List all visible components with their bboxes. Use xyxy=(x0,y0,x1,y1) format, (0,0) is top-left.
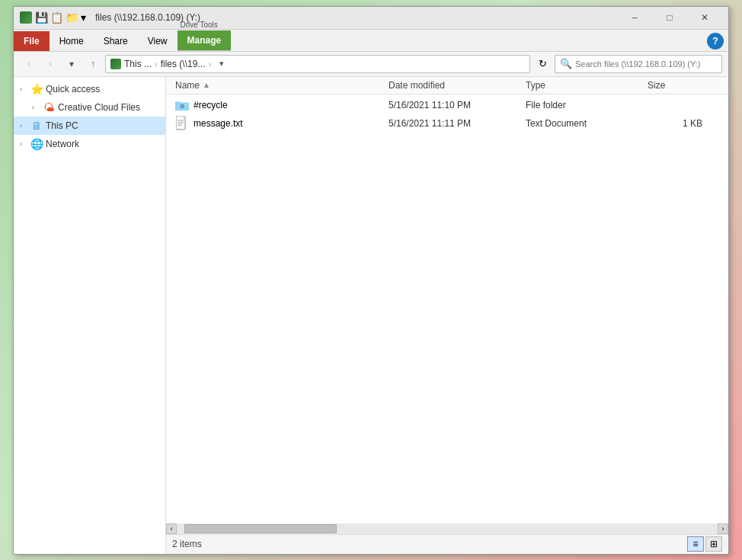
close-button[interactable]: ✕ xyxy=(687,6,722,29)
view-toggle-buttons: ≡ ⊞ xyxy=(687,536,722,552)
breadcrumb-drive-icon xyxy=(110,59,121,69)
this-pc-icon: 🖥 xyxy=(30,120,43,132)
sidebar: › ⭐ Quick access › 🌤 Creative Cloud File… xyxy=(14,77,166,554)
file-name-cell: message.txt xyxy=(175,117,389,130)
properties-quick-icon[interactable]: 📋 xyxy=(50,11,63,24)
ribbon-tabs: File Home Share View Drive Tools Manage xyxy=(14,30,231,51)
col-header-type[interactable]: Type xyxy=(526,80,648,91)
file-date: 5/16/2021 11:11 PM xyxy=(389,118,526,129)
breadcrumb-segment-1: files (\\19... xyxy=(161,59,206,69)
file-name: #recycle xyxy=(193,100,228,110)
tab-manage[interactable]: Manage xyxy=(178,30,232,50)
back-button[interactable]: ‹ xyxy=(20,56,38,72)
search-bar[interactable]: 🔍 xyxy=(555,55,722,73)
item-count: 2 items xyxy=(172,539,202,549)
tab-home[interactable]: Home xyxy=(50,31,94,51)
status-bar: 2 items ≡ ⊞ xyxy=(166,534,728,554)
address-bar: ‹ › ▾ ↑ This ... › files (\\19... › ▾ ↻ … xyxy=(14,52,728,77)
file-name: message.txt xyxy=(193,118,243,129)
explorer-window: 💾 📋 📁 ▾ files (\\192.168.0.109) (Y:) – □… xyxy=(13,6,729,555)
up-button[interactable]: ↑ xyxy=(84,56,102,72)
save-quick-icon[interactable]: 💾 xyxy=(35,11,48,24)
file-type: Text Document xyxy=(526,118,648,129)
chevron-icon: › xyxy=(20,122,27,130)
file-size: 1 KB xyxy=(648,118,708,129)
file-date: 5/16/2021 11:10 PM xyxy=(389,100,526,110)
title-bar: 💾 📋 📁 ▾ files (\\192.168.0.109) (Y:) – □… xyxy=(14,7,728,30)
col-header-size[interactable]: Size xyxy=(648,80,708,91)
tab-share[interactable]: Share xyxy=(94,31,138,51)
table-row[interactable]: ♻ #recycle 5/16/2021 11:10 PM File folde… xyxy=(166,96,728,114)
creative-cloud-icon: 🌤 xyxy=(43,101,55,114)
scroll-track[interactable] xyxy=(177,523,718,534)
scroll-right-button[interactable]: › xyxy=(718,523,728,534)
sidebar-label-quick-access: Quick access xyxy=(46,84,100,94)
sort-arrow-name: ▲ xyxy=(203,81,210,89)
details-view-button[interactable]: ≡ xyxy=(687,536,704,552)
maximize-button[interactable]: □ xyxy=(652,6,687,29)
file-area: Name ▲ Date modified Type Size xyxy=(166,77,728,554)
sidebar-item-network[interactable]: › 🌐 Network xyxy=(14,135,165,153)
svg-text:♻: ♻ xyxy=(180,103,184,110)
refresh-icon: ↻ xyxy=(539,58,547,69)
col-header-name[interactable]: Name ▲ xyxy=(175,80,389,91)
file-column-headers: Name ▲ Date modified Type Size xyxy=(166,77,728,94)
text-file-icon xyxy=(175,117,189,130)
search-input[interactable] xyxy=(575,59,717,69)
app-icon xyxy=(20,11,32,24)
breadcrumb-dropdown-button[interactable]: ▾ xyxy=(214,56,229,72)
ribbon: File Home Share View Drive Tools Manage xyxy=(14,30,728,52)
horizontal-scrollbar[interactable]: ‹ › xyxy=(166,523,728,534)
scroll-thumb[interactable] xyxy=(184,524,337,533)
breadcrumb-separator-1: › xyxy=(208,59,211,69)
chevron-icon: › xyxy=(20,140,27,148)
recent-locations-button[interactable]: ▾ xyxy=(62,56,81,72)
search-icon: 🔍 xyxy=(560,58,572,69)
sidebar-label-network: Network xyxy=(46,139,79,149)
sidebar-item-this-pc[interactable]: › 🖥 This PC xyxy=(14,117,165,135)
quick-access-toolbar: 💾 📋 📁 ▾ xyxy=(35,11,86,24)
breadcrumb-separator-0: › xyxy=(155,59,158,69)
forward-button[interactable]: › xyxy=(41,56,59,72)
sidebar-item-quick-access[interactable]: › ⭐ Quick access xyxy=(14,80,165,98)
chevron-icon: › xyxy=(20,85,27,93)
main-area: › ⭐ Quick access › 🌤 Creative Cloud File… xyxy=(14,77,728,554)
sidebar-item-creative-cloud[interactable]: › 🌤 Creative Cloud Files xyxy=(14,98,165,117)
title-bar-left: 💾 📋 📁 ▾ files (\\192.168.0.109) (Y:) xyxy=(20,11,200,24)
scroll-left-button[interactable]: ‹ xyxy=(166,523,177,534)
window-controls: – □ ✕ xyxy=(617,6,722,29)
folder-quick-icon[interactable]: 📁 xyxy=(66,11,78,24)
help-button[interactable]: ? xyxy=(707,33,724,50)
svg-marker-4 xyxy=(184,116,185,119)
quick-access-icon: ⭐ xyxy=(30,83,43,95)
breadcrumb-segment-0: This ... xyxy=(124,59,152,69)
file-type: File folder xyxy=(526,100,648,110)
file-name-cell: ♻ #recycle xyxy=(175,98,389,112)
tab-file[interactable]: File xyxy=(14,31,50,51)
file-list: ♻ #recycle 5/16/2021 11:10 PM File folde… xyxy=(166,94,728,523)
customize-qat-icon[interactable]: ▾ xyxy=(81,11,86,24)
tab-view[interactable]: View xyxy=(138,31,178,51)
large-icons-view-button[interactable]: ⊞ xyxy=(705,536,722,552)
chevron-icon: › xyxy=(32,104,40,111)
minimize-button[interactable]: – xyxy=(617,6,652,29)
col-header-date[interactable]: Date modified xyxy=(389,80,526,91)
sidebar-label-creative-cloud: Creative Cloud Files xyxy=(58,102,140,113)
refresh-button[interactable]: ↻ xyxy=(533,56,552,72)
network-icon: 🌐 xyxy=(30,138,43,150)
table-row[interactable]: message.txt 5/16/2021 11:11 PM Text Docu… xyxy=(166,114,728,133)
folder-recycle-icon: ♻ xyxy=(175,98,189,112)
sidebar-label-this-pc: This PC xyxy=(46,120,78,131)
breadcrumb-bar[interactable]: This ... › files (\\19... › ▾ xyxy=(105,55,530,73)
drive-tools-label: Drive Tools xyxy=(178,19,232,30)
